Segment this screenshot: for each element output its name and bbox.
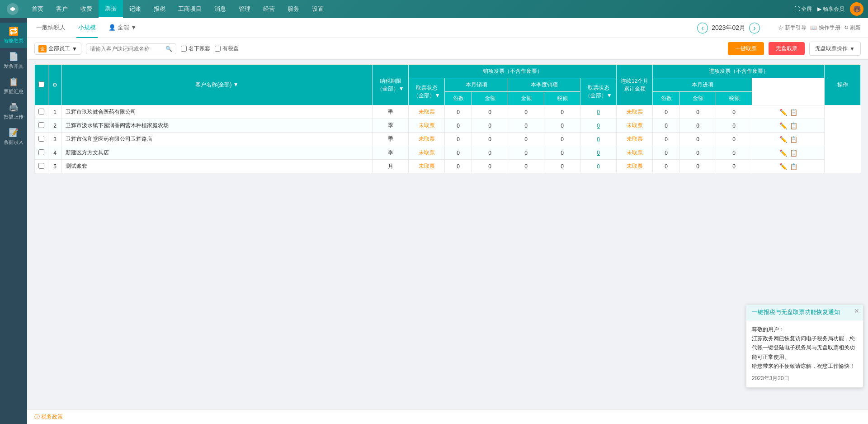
- nav-invoice[interactable]: 票据: [99, 0, 123, 18]
- nav-tax[interactable]: 报税: [147, 0, 172, 18]
- sale-month-th: 本月销项: [445, 78, 508, 92]
- edit-icon-3[interactable]: ✏️: [779, 149, 787, 157]
- row-checkbox-0[interactable]: [35, 105, 48, 119]
- member-btn[interactable]: ▶ 畅享会员: [817, 5, 844, 13]
- search-box: 🔍: [86, 43, 176, 54]
- settings-th: ⚙: [48, 65, 62, 105]
- nav-charge[interactable]: 收费: [74, 0, 99, 18]
- tab-all[interactable]: 👤 全能 ▼: [107, 18, 138, 38]
- row-sale-12m-1[interactable]: 0: [580, 119, 617, 133]
- sidebar-item-summary[interactable]: 📋 票据汇总: [0, 73, 27, 99]
- has-disk-checkbox[interactable]: [215, 46, 221, 52]
- tab-small-scale[interactable]: 小规模: [76, 18, 98, 38]
- toolbar: 全 全部员工 ▼ 🔍 名下账套 有税盘 一键取票 无盘取票 无盘取票操作 ▼: [27, 38, 868, 60]
- select-all-checkbox[interactable]: [38, 81, 44, 87]
- dropdown-icon: ▼: [72, 46, 77, 52]
- row-buy-status-3: 未取票: [617, 146, 653, 160]
- view-icon-2[interactable]: 📋: [790, 136, 797, 143]
- user-avatar[interactable]: 🐻: [850, 2, 863, 16]
- row-sale-12m-2[interactable]: 0: [580, 133, 617, 146]
- manual-btn[interactable]: 📖 操作手册: [810, 24, 840, 32]
- refresh-btn[interactable]: ↻ 刷新: [844, 24, 861, 32]
- sidebar-item-smart-invoice[interactable]: 🔁 智能取票: [0, 23, 27, 48]
- fullscreen-btn[interactable]: ⛶ 全屏: [794, 5, 812, 13]
- next-date-btn[interactable]: ›: [749, 23, 760, 33]
- nav-message[interactable]: 消息: [208, 0, 232, 18]
- notification-text: 尊敬的用户： 江苏政务网已恢复访问电子税务局功能，您代账一键登陆电子税务局与无盘…: [752, 325, 858, 371]
- guide-btn[interactable]: ☆ 新手引导: [778, 24, 807, 32]
- sidebar-item-issue-invoice[interactable]: 📄 发票开具: [0, 48, 27, 73]
- row-name-3: 新建区方方文具店: [62, 146, 373, 160]
- nav-manage[interactable]: 管理: [232, 0, 257, 18]
- customer-name-th: 客户名称(全部) ▼: [62, 65, 373, 105]
- row-checkbox-2[interactable]: [35, 133, 48, 146]
- all-tab-icon: 👤: [108, 24, 116, 31]
- nav-customer[interactable]: 客户: [50, 0, 74, 18]
- top-nav: 首页 客户 收费 票据 记账 报税 工商项目 消息 管理 经营 服务 设置 ⛶ …: [0, 0, 868, 18]
- employee-select[interactable]: 全 全部员工 ▼: [34, 43, 81, 55]
- row-sale-12m-0[interactable]: 0: [580, 105, 617, 119]
- tax-policy-link[interactable]: 税务政策: [41, 413, 63, 421]
- view-icon-0[interactable]: 📋: [790, 109, 797, 116]
- nav-business[interactable]: 工商项目: [172, 0, 208, 18]
- row-sale-status-0: 未取票: [409, 105, 445, 119]
- nav-bookkeep[interactable]: 记账: [123, 0, 147, 18]
- nav-operation[interactable]: 经营: [257, 0, 281, 18]
- checkbox-has-disk[interactable]: 有税盘: [215, 45, 239, 52]
- current-date: 2023年02月: [712, 24, 745, 32]
- tab-general-taxpayer[interactable]: 一般纳税人: [34, 18, 67, 38]
- row-buy-status-4: 未取票: [617, 160, 653, 173]
- summary-icon: 📋: [9, 77, 19, 87]
- notification-close-btn[interactable]: ✕: [854, 307, 859, 314]
- checkbox-owned-accounts[interactable]: 名下账套: [181, 45, 210, 52]
- row-checkbox-4[interactable]: [35, 160, 48, 173]
- search-input[interactable]: [90, 46, 164, 52]
- nav-settings[interactable]: 设置: [306, 0, 330, 18]
- tax-period-th: 纳税期限（全部）▼: [373, 65, 409, 105]
- sidebar-item-scan[interactable]: 🖨️ 扫描上传: [0, 99, 27, 124]
- row-sale-12m-3[interactable]: 0: [580, 146, 617, 160]
- sub-tab-actions: ☆ 新手引导 📖 操作手册 ↻ 刷新: [778, 24, 861, 32]
- edit-icon-0[interactable]: ✏️: [779, 109, 787, 116]
- entry-icon: 📝: [9, 128, 19, 138]
- edit-icon-1[interactable]: ✏️: [779, 122, 787, 129]
- row-buy-month-tax-1: 0: [716, 119, 752, 133]
- row-num-1: 2: [48, 119, 62, 133]
- sale-month-count-th: 份数: [445, 92, 472, 105]
- owned-accounts-checkbox[interactable]: [181, 46, 187, 52]
- row-num-0: 1: [48, 105, 62, 119]
- search-icon[interactable]: 🔍: [165, 46, 172, 52]
- no-disk-ops-btn[interactable]: 无盘取票操作 ▼: [809, 42, 861, 56]
- smart-invoice-icon: 🔁: [9, 26, 19, 36]
- row-checkbox-1[interactable]: [35, 119, 48, 133]
- nav-home[interactable]: 首页: [25, 0, 50, 18]
- row-buy-month-tax-0: 0: [716, 105, 752, 119]
- edit-icon-2[interactable]: ✏️: [779, 136, 787, 143]
- settings-icon[interactable]: ⚙: [52, 82, 57, 88]
- app-logo: [5, 1, 21, 17]
- nav-service[interactable]: 服务: [281, 0, 306, 18]
- row-buy-month-amount-1: 0: [680, 119, 716, 133]
- view-icon-4[interactable]: 📋: [790, 163, 797, 170]
- sidebar-item-label: 票据汇总: [4, 88, 24, 95]
- row-checkbox-3[interactable]: [35, 146, 48, 160]
- table-area: ⚙ 客户名称(全部) ▼ 纳税期限（全部）▼ 销项发票（不含作废票） 连续12个…: [27, 60, 868, 410]
- one-key-btn[interactable]: 一键取票: [728, 42, 764, 55]
- view-icon-3[interactable]: 📋: [790, 149, 797, 157]
- row-sale-12m-4[interactable]: 0: [580, 160, 617, 173]
- row-sale-quarter-amount-4: 0: [508, 160, 544, 173]
- row-buy-month-count-0: 0: [653, 105, 680, 119]
- buy-month-th: 本月进项: [653, 78, 752, 92]
- issue-invoice-icon: 📄: [9, 52, 19, 62]
- sidebar-item-entry[interactable]: 📝 票据录入: [0, 124, 27, 149]
- view-icon-1[interactable]: 📋: [790, 122, 797, 129]
- row-actions-4: ✏️ 📋: [752, 160, 825, 173]
- row-sale-quarter-tax-3: 0: [544, 146, 580, 160]
- prev-date-btn[interactable]: ‹: [697, 23, 708, 33]
- edit-icon-4[interactable]: ✏️: [779, 163, 787, 170]
- sale-month-amount-th: 金额: [472, 92, 508, 105]
- row-name-0: 卫辉市玖玖健合医药有限公司: [62, 105, 373, 119]
- buy-invoice-group-th: 进项发票（不含作废票）: [653, 65, 825, 78]
- no-disk-btn[interactable]: 无盘取票: [769, 42, 805, 55]
- row-buy-month-amount-0: 0: [680, 105, 716, 119]
